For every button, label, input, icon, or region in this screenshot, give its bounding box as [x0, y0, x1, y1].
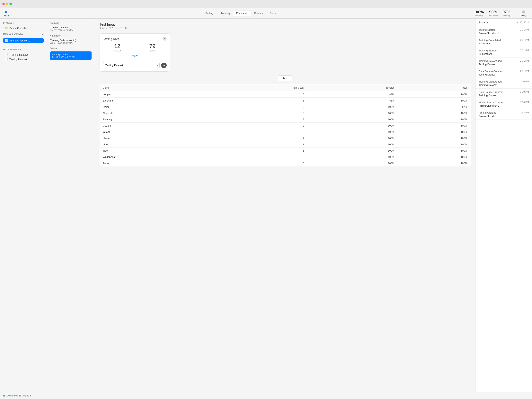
activity-item-detail: Testing Dataset: [479, 73, 529, 76]
activity-item-detail: Testing Dataset: [479, 63, 529, 66]
cell-count: 8: [207, 110, 307, 116]
navigate-button[interactable]: →: [161, 63, 167, 68]
activity-item-detail: Training Dataset: [479, 94, 529, 97]
classes-stat: 12 Classes: [103, 43, 132, 52]
toolbar: ▶ Train Settings Training Evaluation Pre…: [0, 8, 532, 19]
traffic-lights: [2, 3, 12, 5]
data-source-2: Testing Dataset: [9, 58, 27, 61]
training-section-label: Training: [50, 22, 92, 25]
cell-class: Gazelle: [100, 123, 207, 129]
col-item-count: Item Count: [207, 84, 307, 91]
activity-row: Data Source Created 2:01 PM: [479, 70, 529, 73]
activity-icon: ▦: [521, 10, 525, 14]
dataset-icon-1: 📄: [5, 53, 8, 56]
activity-item-time: 2:01 PM: [520, 39, 529, 41]
cell-class: Rhino: [100, 104, 207, 110]
validation-dataset-date: Jun 17, 2020 at 2:00 PM: [50, 42, 92, 44]
activity-item-time: 1:58 PM: [520, 111, 529, 114]
close-button[interactable]: [2, 3, 5, 5]
activity-item-time: 2:00 PM: [520, 80, 529, 83]
activity-item-title: Training Data Added: [479, 80, 502, 83]
table-row: Lion 8 100% 100%: [100, 141, 471, 148]
tab-evaluation[interactable]: Evaluation: [233, 11, 251, 16]
cell-precision: 100%: [307, 135, 398, 141]
cell-precision: 100%: [307, 123, 398, 129]
model-sources-header: Model Sources +: [3, 33, 44, 37]
activity-item-detail: AnimalClassifier 1: [479, 104, 529, 107]
cell-precision: 100%: [307, 154, 398, 160]
cell-count: 5: [207, 160, 307, 166]
activity-panel-title: Activity: [479, 21, 488, 24]
cell-count: 7: [207, 135, 307, 141]
status-bar: Completed 25 iterations: [0, 392, 532, 399]
cell-recall: 100%: [397, 116, 470, 123]
folder-icon: 📁: [5, 26, 8, 30]
project-name: AnimalClassifier: [9, 27, 28, 30]
tab-settings[interactable]: Settings: [202, 11, 218, 16]
cell-precision: 100%: [307, 129, 398, 135]
items-label: Items: [138, 49, 167, 52]
tab-training[interactable]: Training: [218, 11, 233, 16]
activity-item: Model Source Created 1:58 PM AnimalClass…: [475, 99, 532, 109]
cell-precision: 83%: [307, 91, 398, 98]
activity-row: Data Source Created 2:00 PM: [479, 91, 529, 94]
evaluation-panel: Test Input Jun 17, 2020 at 2:01 PM Testi…: [95, 19, 475, 392]
maximize-button[interactable]: [9, 3, 12, 5]
activity-item-title: Project Created: [479, 111, 496, 114]
activity-item-title: Data Source Created: [479, 70, 502, 73]
test-button[interactable]: Test: [278, 76, 292, 81]
sidebar-item-model-source[interactable]: ⬜ AnimalClassifier 1: [3, 38, 44, 43]
activity-item-detail: 25 iterations: [479, 52, 529, 55]
dataset-icon-2: 📄: [5, 58, 8, 61]
minimize-button[interactable]: [6, 3, 8, 5]
project-label: Project: [3, 22, 44, 24]
train-label: Train: [4, 14, 9, 17]
activity-row: Project Created 1:58 PM: [479, 111, 529, 114]
validation-stat-label: Validation: [488, 14, 498, 17]
activity-item-time: 2:01 PM: [520, 28, 529, 31]
sidebar-item-testing-dataset[interactable]: 📄 Testing Dataset: [3, 57, 44, 62]
cell-count: 9: [207, 129, 307, 135]
tab-output[interactable]: Output: [266, 11, 280, 16]
view-link[interactable]: View: [103, 54, 167, 57]
validation-dataset-item[interactable]: Training Dataset (Auto) Jun 17, 2020 at …: [50, 39, 92, 44]
activity-button[interactable]: ▦ Activity: [518, 9, 528, 17]
model-icon: ⬜: [5, 39, 8, 42]
activity-panel-header: Activity Jun 17, 2020: [475, 19, 532, 26]
classes-label: Classes: [103, 49, 132, 52]
table-row: Zebra 5 100% 100%: [100, 160, 471, 166]
activity-row: Testing Started 2:01 PM: [479, 28, 529, 31]
cell-precision: 100%: [307, 110, 398, 116]
table-row: Gazelle 8 100% 100%: [100, 123, 471, 129]
sidebar-item-project[interactable]: 📁 AnimalClassifier: [3, 26, 44, 30]
tab-preview[interactable]: Preview: [251, 11, 266, 16]
training-dataset-item[interactable]: Training Dataset Jun 17, 2020 at 2:00 PM: [50, 26, 92, 31]
testing-dataset-item[interactable]: Testing Dataset Jun 17, 2020 at 2:01 PM: [50, 51, 92, 60]
activity-row: Model Source Created 1:58 PM: [479, 101, 529, 104]
cell-precision: 86%: [307, 98, 398, 104]
close-card-button[interactable]: ✕: [163, 37, 167, 41]
content-wrapper: Training Training Dataset Jun 17, 2020 a…: [47, 19, 532, 392]
add-model-source-button[interactable]: +: [41, 33, 44, 36]
activity-row: Training Completed 2:01 PM: [479, 39, 529, 42]
sidebar-item-training-dataset[interactable]: 📄 Training Dataset: [3, 52, 44, 57]
activity-row: Training Data Added 2:01 PM: [479, 59, 529, 62]
col-class: Class: [100, 84, 207, 91]
dataset-select[interactable]: Testing Dataset: [103, 62, 160, 68]
testing-dataset-name: Testing Dataset: [52, 53, 90, 56]
cell-recall: 100%: [397, 91, 470, 98]
cell-precision: 100%: [307, 141, 398, 148]
play-icon: ▶: [5, 9, 8, 14]
testing-stats: 12 Classes 79 Items: [103, 43, 167, 52]
activity-item-time: 1:58 PM: [520, 101, 529, 104]
activity-panel: Activity Jun 17, 2020 Testing Started 2:…: [475, 19, 532, 392]
dataset-panel: Training Training Dataset Jun 17, 2020 a…: [47, 19, 95, 392]
training-stat: 100% Training: [474, 10, 484, 17]
train-button[interactable]: ▶ Train: [4, 9, 9, 17]
training-pct: 100%: [474, 10, 484, 14]
activity-row: Training Started 2:01 PM: [479, 49, 529, 52]
cell-recall: 100%: [397, 141, 470, 148]
activity-item: Training Data Added 2:01 PM Testing Data…: [475, 57, 532, 68]
data-sources-section: Data Sources 📄 Training Dataset 📄 Testin…: [0, 48, 47, 64]
activity-item-title: Model Source Created: [479, 101, 504, 104]
